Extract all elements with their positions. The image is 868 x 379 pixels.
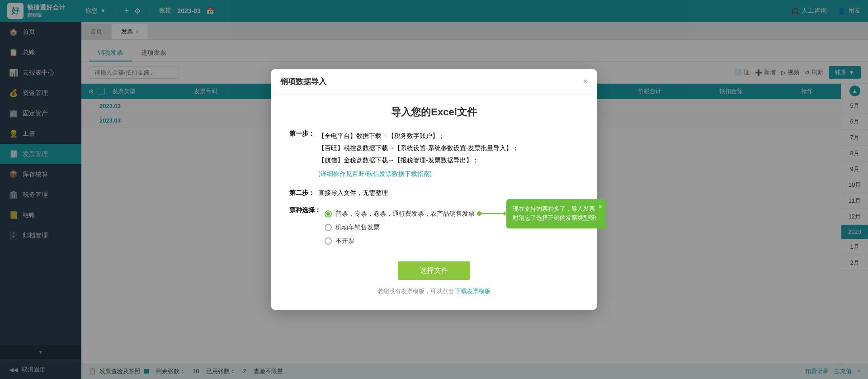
tooltip-line — [479, 213, 506, 214]
tooltip-text: 现在支持的票种多了，导入发票时别忘了选择正确的发票类型呀! — [513, 205, 597, 222]
radio-1-label: 普票，专票，卷票，通行费发票，农产品销售发票 — [335, 210, 475, 218]
modal-body: 导入您的Excel文件 第一步： 【全电平台】数据下载→【税务数字账户】； 【百… — [271, 95, 597, 309]
select-file-button[interactable]: 选择文件 — [398, 261, 470, 280]
radio-3-label: 不开票 — [335, 237, 354, 245]
radio-2-label: 机动车销售发票 — [335, 223, 380, 232]
step1-inline: 第一步： 【全电平台】数据下载→【税务数字账户】； 【百旺】税控盘数据下载→【系… — [289, 130, 579, 180]
ticket-inline: 票种选择： 普票，专票，卷票，通行费发票，农产品销售发票 — [289, 206, 579, 251]
modal-main-title: 导入您的Excel文件 — [289, 105, 579, 119]
tooltip-arrow — [503, 211, 505, 217]
ticket-label: 票种选择： — [289, 206, 321, 214]
modal-footer: 若您没有发票模版，可以点击 下载发票模版 — [289, 287, 579, 295]
radio-1[interactable] — [325, 210, 332, 218]
modal-close-button[interactable]: × — [583, 77, 588, 86]
download-template-link[interactable]: 下载发票模版 — [455, 288, 491, 294]
modal-overlay[interactable]: 销项数据导入 × 导入您的Excel文件 第一步： 【全电平台】数据下载→【税务… — [0, 0, 868, 379]
step2-text: 直接导入文件，无需整理 — [318, 189, 388, 197]
tooltip-wrapper: × 现在支持的票种多了，导入发票时别忘了选择正确的发票类型呀! — [479, 199, 606, 229]
step1-line3: 【航信】金税盘数据下载→【报税管理-发票数据导出】； — [318, 154, 519, 166]
ticket-type-section: 票种选择： 普票，专票，卷票，通行费发票，农产品销售发票 — [289, 206, 579, 251]
step1-line2: 【百旺】税控盘数据下载→【系统设置-系统参数设置-发票批量导入】； — [318, 142, 519, 154]
step2-inline: 第二步： 直接导入文件，无需整理 — [289, 189, 579, 197]
tooltip-close[interactable]: × — [599, 202, 602, 212]
tooltip-bubble: × 现在支持的票种多了，导入发票时别忘了选择正确的发票类型呀! — [506, 199, 606, 229]
modal-header: 销项数据导入 × — [271, 69, 597, 95]
radio-2[interactable] — [325, 224, 332, 231]
step1-label: 第一步： — [289, 130, 315, 138]
modal-title: 销项数据导入 — [280, 76, 326, 87]
step1-row: 第一步： 【全电平台】数据下载→【税务数字账户】； 【百旺】税控盘数据下载→【系… — [289, 130, 579, 180]
step1-content: 【全电平台】数据下载→【税务数字账户】； 【百旺】税控盘数据下载→【系统设置-系… — [318, 130, 519, 180]
footer-note-text: 若您没有发票模版，可以点击 — [377, 288, 454, 294]
radio-3[interactable] — [325, 237, 332, 245]
radio-option-3[interactable]: 不开票 — [325, 237, 475, 245]
radio-option-2[interactable]: 机动车销售发票 — [325, 223, 475, 232]
step1-link-row: (详细操作见百旺/航信发票数据下载指南) — [318, 168, 519, 180]
step1-guide-link[interactable]: (详细操作见百旺/航信发票数据下载指南) — [318, 170, 432, 177]
radio-group: 普票，专票，卷票，通行费发票，农产品销售发票 × 现在 — [325, 210, 475, 251]
step2-label: 第二步： — [289, 189, 315, 197]
step2-row: 第二步： 直接导入文件，无需整理 — [289, 189, 579, 197]
step1-line1: 【全电平台】数据下载→【税务数字账户】； — [318, 130, 519, 142]
radio-option-1[interactable]: 普票，专票，卷票，通行费发票，农产品销售发票 × 现在 — [325, 210, 475, 218]
import-modal: 销项数据导入 × 导入您的Excel文件 第一步： 【全电平台】数据下载→【税务… — [271, 69, 597, 309]
tooltip-dot — [477, 212, 481, 216]
